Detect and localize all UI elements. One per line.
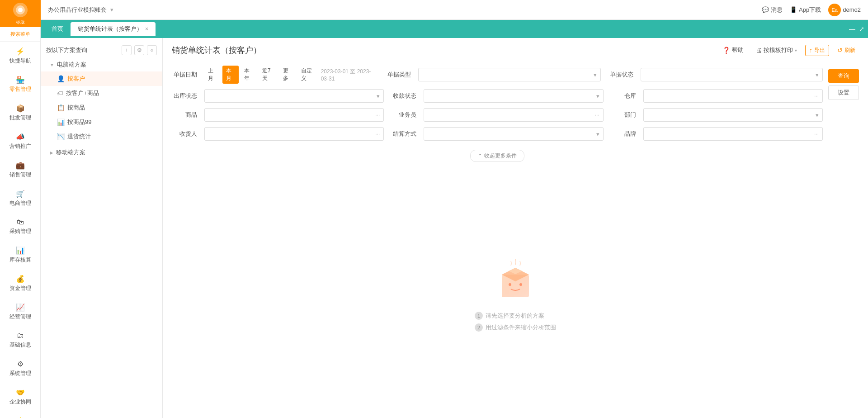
user-profile[interactable]: Ea demo2 (828, 4, 861, 16)
date-tab-lastmonth[interactable]: 上月 (204, 66, 221, 84)
sidebar-item-quicknav[interactable]: ⚡ 快捷导航 (0, 42, 40, 70)
collapse-btn[interactable]: ⌃ 收起更多条件 (470, 150, 524, 162)
scheme-item-by-goods99[interactable]: 📊 按商品99 (41, 115, 162, 129)
avatar: Ea (828, 4, 841, 16)
tip1-text: 请先选择要分析的方案 (486, 312, 544, 320)
doc-status-label: 单据状态 (608, 71, 633, 79)
message-icon: 💬 (762, 6, 769, 13)
add-scheme-btn[interactable]: + (122, 45, 132, 55)
tab-home-label: 首页 (52, 25, 63, 33)
tab-close-icon[interactable]: × (145, 26, 148, 32)
inventory-icon: 📊 (16, 246, 25, 255)
out-status-arrow-icon: ▾ (377, 93, 380, 100)
app-download-btn[interactable]: 📱 App下载 (790, 6, 821, 14)
warehouse-label: 仓库 (611, 92, 636, 100)
left-panel: 按以下方案查询 + ⚙ « ▼ 电脑端方案 (41, 38, 163, 418)
collapse-icon: « (151, 47, 154, 53)
message-btn[interactable]: 💬 消息 (762, 6, 783, 14)
receive-status-arrow-icon: ▾ (596, 93, 599, 100)
sidebar-item-operations[interactable]: 📈 经营管理 (0, 298, 40, 326)
sidebar-item-system[interactable]: ⚙ 系统管理 (0, 354, 40, 383)
marketing-icon: 📣 (16, 133, 25, 141)
right-content: 销货单统计表（按客户） ❓ 帮助 🖨 按模板打印 ▾ ↑ 导出 (163, 38, 868, 418)
receive-status-select[interactable]: ▾ (424, 89, 603, 103)
date-tab-thismonth[interactable]: 本月 (222, 66, 239, 84)
filter-row-3: 商品 ··· 业务员 ··· 部门 ▾ (172, 108, 823, 122)
scheme-item-label-5: 退货统计 (67, 133, 91, 141)
scheme-item-return-stats[interactable]: 📉 退货统计 (41, 129, 162, 144)
left-panel-title: 按以下方案查询 (46, 46, 87, 54)
sidebar-item-retail[interactable]: 🏪 零售管理 (0, 70, 40, 99)
tab-active[interactable]: 销货单统计表（按客户） × (71, 22, 156, 36)
user-goods-icon: 🏷 (57, 90, 63, 97)
sidebar-item-sales-label: 销售管理 (9, 171, 31, 179)
settlement-arrow-icon: ▾ (596, 131, 599, 138)
topbar-dropdown-icon[interactable]: ▾ (110, 6, 113, 13)
sidebar-item-enterprise[interactable]: 🤝 企业协同 (0, 383, 40, 411)
help-btn[interactable]: ❓ 帮助 (719, 44, 747, 56)
refresh-btn[interactable]: ↺ 刷新 (834, 45, 859, 56)
finance-icon: 💰 (16, 275, 25, 283)
tab-home[interactable]: 首页 (44, 22, 71, 36)
settings-scheme-btn[interactable]: ⚙ (134, 45, 144, 55)
date-tab-more[interactable]: 更多 (279, 66, 296, 84)
scheme-item-by-customer[interactable]: 👤 按客户 (41, 71, 162, 86)
sidebar-item-finance[interactable]: 💰 资金管理 (0, 269, 40, 298)
sidebar-item-sales[interactable]: 💼 销售管理 (0, 156, 40, 184)
content-area: 按以下方案查询 + ⚙ « ▼ 电脑端方案 (41, 38, 868, 418)
help-label: 帮助 (732, 46, 744, 54)
collapse-arrow-icon: ⌃ (478, 153, 482, 159)
sidebar-search-link[interactable]: 搜索菜单 (0, 27, 40, 42)
sidebar-item-retail-label: 零售管理 (9, 86, 31, 93)
brand-select[interactable]: ··· (643, 127, 823, 141)
brand-label: 品牌 (611, 130, 636, 138)
print-btn[interactable]: 🖨 按模板打印 ▾ (752, 44, 801, 56)
salesperson-select[interactable]: ··· (424, 108, 603, 122)
svg-point-2 (18, 8, 23, 12)
topbar: 办公用品行业模拟账套 ▾ 💬 消息 📱 App下载 Ea demo2 (41, 0, 868, 20)
sidebar-item-inventory[interactable]: 📊 库存核算 (0, 241, 40, 269)
sidebar-item-purchase[interactable]: 🛍 采购管理 (0, 213, 40, 241)
app-download-label: App下载 (799, 6, 821, 14)
filter-row-1: 单据日期 上月 本月 本年 近7天 更多 自定义 2023-03-01 至 20… (172, 66, 823, 84)
sidebar-item-basic[interactable]: 🗂 基础信息 (0, 326, 40, 354)
return-icon: 📉 (57, 133, 65, 140)
expand-icon[interactable]: ⤢ (859, 25, 864, 33)
scheme-item-by-goods[interactable]: 📋 按商品 (41, 100, 162, 115)
department-select[interactable]: ▾ (643, 108, 823, 122)
page-actions: ❓ 帮助 🖨 按模板打印 ▾ ↑ 导出 ↺ 刷新 (719, 44, 859, 56)
date-tab-7days[interactable]: 近7天 (259, 66, 278, 84)
sidebar-item-ecommerce[interactable]: 🛒 电商管理 (0, 184, 40, 213)
refresh-icon: ↺ (837, 47, 843, 54)
out-status-select[interactable]: ▾ (204, 89, 384, 103)
sidebar-item-guide[interactable]: 🌟 新手引导 (0, 411, 40, 418)
doc-type-select[interactable]: ▾ (418, 68, 600, 81)
sidebar-item-marketing[interactable]: 📣 营销推广 (0, 127, 40, 156)
scheme-group-desktop-title[interactable]: ▼ 电脑端方案 (41, 58, 162, 71)
export-btn[interactable]: ↑ 导出 (805, 45, 829, 56)
collapse-panel-btn[interactable]: « (147, 45, 157, 55)
ecommerce-icon: 🛒 (16, 190, 25, 198)
group-mobile-label: 移动端方案 (56, 148, 85, 157)
sidebar-item-enterprise-label: 企业协同 (9, 398, 31, 406)
salesperson-label: 业务员 (391, 111, 416, 119)
consignee-select[interactable]: ··· (204, 127, 384, 141)
warehouse-select[interactable]: ··· (643, 89, 823, 103)
sidebar-item-purchase-label: 采购管理 (9, 228, 31, 235)
sidebar-item-ecommerce-label: 电商管理 (9, 200, 31, 207)
print-arrow-icon: ▾ (795, 48, 797, 53)
main-area: 办公用品行业模拟账套 ▾ 💬 消息 📱 App下载 Ea demo2 首页 (41, 0, 868, 418)
date-tab-custom[interactable]: 自定义 (297, 66, 318, 84)
scheme-group-mobile-title[interactable]: ▶ 移动端方案 (41, 146, 162, 159)
goods-select[interactable]: ··· (204, 108, 384, 122)
settlement-select[interactable]: ▾ (424, 127, 603, 141)
settings-btn[interactable]: 设置 (828, 86, 859, 100)
doc-status-select[interactable]: ▾ (641, 68, 823, 81)
minimize-icon[interactable]: — (849, 25, 855, 33)
date-tab-thisyear[interactable]: 本年 (241, 66, 257, 84)
svg-point-6 (509, 283, 511, 286)
page-header: 销货单统计表（按客户） ❓ 帮助 🖨 按模板打印 ▾ ↑ 导出 (163, 38, 868, 60)
sidebar-item-wholesale[interactable]: 📦 批发管理 (0, 99, 40, 127)
query-btn[interactable]: 查询 (828, 69, 859, 83)
scheme-item-by-customer-goods[interactable]: 🏷 按客户+商品 (41, 86, 162, 100)
